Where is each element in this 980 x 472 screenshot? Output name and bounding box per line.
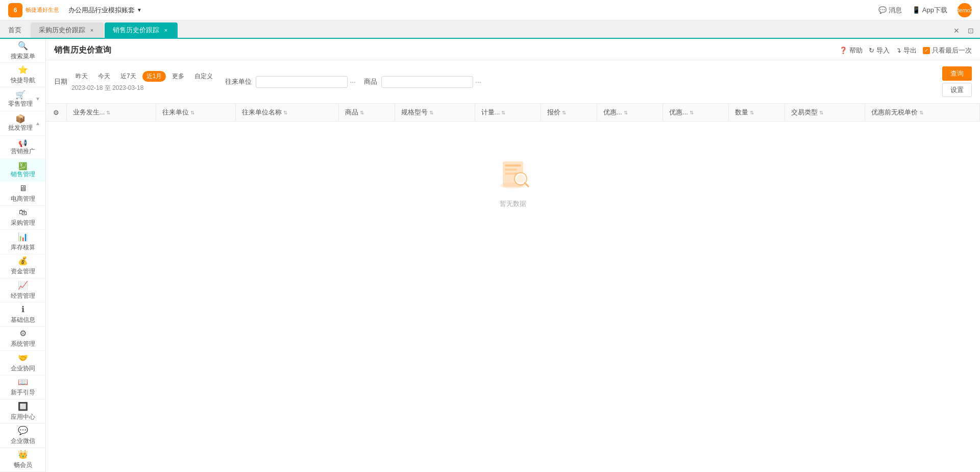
date-btn-more[interactable]: 更多 <box>168 71 188 82</box>
purchase-history-tab-close[interactable]: × <box>88 27 95 34</box>
message-action[interactable]: 💬 消息 <box>878 6 902 15</box>
sidebar-item-retail-mgmt[interactable]: 🛒 零售管理 ▼ <box>0 87 45 111</box>
avatar: demo2 <box>958 3 972 17</box>
partner-input[interactable] <box>256 76 348 88</box>
import-icon: ↻ <box>869 46 874 54</box>
sidebar-item-enterprise-collab[interactable]: 🤝 企业协同 <box>0 351 45 375</box>
goods-input[interactable] <box>381 76 473 88</box>
col-quote-price[interactable]: 报价⇅ <box>541 104 597 122</box>
content-area: 销售历史价查询 ❓ 帮助 ↻ 导入 ↴ 导出 ✓ <box>46 39 980 472</box>
chevron-up-icon: ▲ <box>35 121 40 126</box>
sidebar-label-retail: 零售管理 <box>8 100 33 108</box>
partner-filter-group: 往来单位 ··· <box>225 76 356 88</box>
sidebar-label-ecommerce: 电商管理 <box>11 195 35 203</box>
sidebar-label-system: 系统管理 <box>11 340 35 348</box>
date-btn-yesterday[interactable]: 昨天 <box>71 71 92 82</box>
date-btn-1month[interactable]: 近1月 <box>142 71 166 82</box>
query-button[interactable]: 查询 <box>942 66 972 81</box>
only-last-checkbox[interactable]: ✓ <box>923 47 930 54</box>
empty-icon <box>493 152 533 193</box>
sidebar-item-wholesale-mgmt[interactable]: 📦 批发管理 ▲ <box>0 111 45 135</box>
export-btn[interactable]: ↴ 导出 <box>896 46 917 55</box>
date-filter-group: 日期 昨天 今天 近7天 近1月 更多 自定义 2023-02-18 至 202… <box>54 71 217 92</box>
col-pretax-price[interactable]: 优惠前无税单价⇅ <box>865 104 979 122</box>
wholesale-icon: 📦 <box>15 114 26 124</box>
svg-rect-3 <box>505 169 517 171</box>
sidebar-label-search-menu: 搜索菜单 <box>11 52 35 61</box>
sidebar-item-basic-info[interactable]: ℹ 基础信息 <box>0 302 45 326</box>
sidebar-item-purchase-mgmt[interactable]: 🛍 采购管理 <box>0 206 45 230</box>
col-biz-date[interactable]: 业务发生...⇅ <box>66 104 156 122</box>
sidebar-item-search-menu[interactable]: 🔍 搜索菜单 <box>0 39 45 63</box>
sidebar-item-new-guide[interactable]: 📖 新手引导 <box>0 375 45 399</box>
sidebar-item-marketing[interactable]: 📢 营销推广 <box>0 136 45 159</box>
goods-filter-label: 商品 <box>364 77 377 86</box>
filter-area: 日期 昨天 今天 近7天 近1月 更多 自定义 2023-02-18 至 202… <box>46 60 980 104</box>
inventory-icon: 📊 <box>18 232 28 242</box>
close-tab-btn[interactable]: ✕ <box>951 26 962 36</box>
main-layout: 🔍 搜索菜单 ⭐ 快捷导航 🛒 零售管理 ▼ 📦 批发管理 ▲ 📢 营销推广 <box>0 39 980 472</box>
col-discount1[interactable]: 优惠...⇅ <box>597 104 663 122</box>
col-goods[interactable]: 商品⇅ <box>339 104 395 122</box>
filter-btns-col: 查询 设置 <box>942 66 972 97</box>
tab-home[interactable]: 首页 <box>0 22 30 38</box>
sidebar-label-collab: 企业协同 <box>11 364 35 373</box>
app-download-action[interactable]: 📱 App下载 <box>912 6 947 15</box>
sidebar-label-finance: 资金管理 <box>11 267 35 276</box>
col-partner-name[interactable]: 往来单位名称⇅ <box>236 104 339 122</box>
sidebar-item-enterprise-wechat[interactable]: 💬 企业微信 <box>0 423 45 447</box>
sales-history-tab-close[interactable]: × <box>162 27 169 34</box>
tab-bar-actions: ✕ ⊡ <box>951 26 976 36</box>
logo-text: 畅捷通好生意 <box>26 6 59 13</box>
date-btn-7days[interactable]: 近7天 <box>116 71 140 82</box>
date-btn-today[interactable]: 今天 <box>94 71 114 82</box>
sidebar-item-ecommerce[interactable]: 🖥 电商管理 <box>0 182 45 206</box>
help-btn[interactable]: ❓ 帮助 <box>839 46 863 55</box>
app-selector[interactable]: 办公用品行业模拟账套 ▼ <box>64 4 146 17</box>
page-header: 销售历史价查询 ❓ 帮助 ↻ 导入 ↴ 导出 ✓ <box>46 39 980 60</box>
tab-sales-history[interactable]: 销售历史价跟踪 × <box>105 22 178 38</box>
import-btn[interactable]: ↻ 导入 <box>869 46 890 55</box>
collab-icon: 🤝 <box>18 353 28 363</box>
only-last-wrap[interactable]: ✓ 只看最后一次 <box>923 46 972 55</box>
app-selector-label: 办公用品行业模拟账套 <box>68 6 135 15</box>
user-action[interactable]: demo2 <box>958 3 972 17</box>
partner-filter-label: 往来单位 <box>225 77 252 86</box>
col-partner-code[interactable]: 往来单位⇅ <box>156 104 235 122</box>
maximize-btn[interactable]: ⊡ <box>966 26 976 36</box>
sidebar-label-quick-nav: 快捷导航 <box>11 76 35 85</box>
date-btn-custom[interactable]: 自定义 <box>190 71 217 82</box>
col-quantity[interactable]: 数量⇅ <box>729 104 785 122</box>
col-settings[interactable]: ⚙ <box>46 104 66 122</box>
tab-purchase-history[interactable]: 采购历史价跟踪 × <box>31 22 104 38</box>
sidebar-item-system-mgmt[interactable]: ⚙ 系统管理 <box>0 327 45 351</box>
settings-button[interactable]: 设置 <box>942 83 972 97</box>
sidebar-item-ops-mgmt[interactable]: 📈 经营管理 <box>0 278 45 302</box>
sidebar-item-finance[interactable]: 💰 资金管理 <box>0 254 45 278</box>
empty-state: 暂无数据 <box>46 122 980 239</box>
marketing-icon: 📢 <box>18 139 27 147</box>
sidebar-label-purchase: 采购管理 <box>11 219 35 227</box>
top-header: 6 畅捷通好生意 办公用品行业模拟账套 ▼ 💬 消息 📱 App下载 demo2 <box>0 0 980 20</box>
col-discount2[interactable]: 优惠...⇅ <box>663 104 729 122</box>
import-label: 导入 <box>876 46 890 55</box>
goods-ellipsis-btn[interactable]: ··· <box>475 78 481 86</box>
col-spec[interactable]: 规格型号⇅ <box>395 104 475 122</box>
date-filter-label: 日期 <box>54 77 67 86</box>
message-icon: 💬 <box>878 6 887 14</box>
date-range-text: 2023-02-18 至 2023-03-18 <box>71 84 217 92</box>
col-trade-type[interactable]: 交易类型⇅ <box>785 104 865 122</box>
sidebar-item-member[interactable]: 👑 畅会员 <box>0 448 45 472</box>
col-unit[interactable]: 计量...⇅ <box>475 104 541 122</box>
partner-ellipsis-btn[interactable]: ··· <box>350 78 356 86</box>
wholesale-mgmt-inner: 📦 批发管理 <box>5 114 35 132</box>
sidebar-item-sales-mgmt[interactable]: 💹 销售管理 <box>0 159 45 182</box>
sidebar-item-inventory[interactable]: 📊 库存核算 <box>0 230 45 254</box>
sidebar-item-quick-nav[interactable]: ⭐ 快捷导航 <box>0 63 45 87</box>
finance-icon: 💰 <box>18 256 28 266</box>
star-icon: ⭐ <box>18 65 28 75</box>
sidebar-item-app-center[interactable]: 🔲 应用中心 <box>0 399 45 423</box>
guide-icon: 📖 <box>18 377 28 387</box>
basic-info-icon: ℹ <box>21 304 24 314</box>
retail-mgmt-inner: 🛒 零售管理 <box>5 90 35 108</box>
